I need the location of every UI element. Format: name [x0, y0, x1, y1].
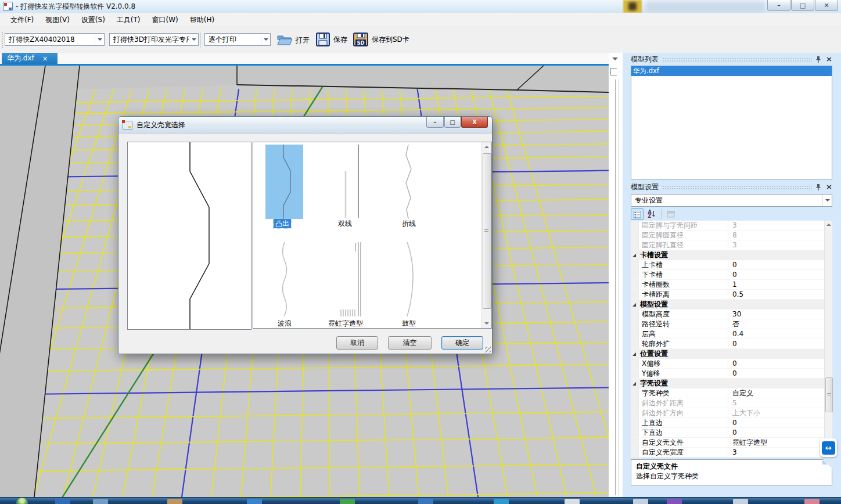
property-row[interactable]: 自定义壳宽度 3 — [631, 448, 832, 458]
scroll-down-icon[interactable] — [482, 319, 491, 327]
scroll-up-icon[interactable] — [482, 143, 491, 151]
side-panel-area: 模型列表 × 华为.dxf 模型设置 × 专业设置 — [623, 53, 841, 497]
zoom-slider-handle[interactable] — [610, 68, 620, 75]
property-row[interactable]: 上直边 0 — [631, 418, 832, 428]
taskbar-app-icon[interactable] — [340, 499, 355, 504]
taskbar-app-icon[interactable] — [804, 499, 820, 504]
property-row[interactable]: 自定义壳文件 霓虹字造型 — [631, 438, 832, 448]
property-row[interactable]: 卡槽设置 — [631, 250, 832, 260]
close-button[interactable]: ✕ — [815, 0, 838, 11]
dialog-maximize-button[interactable]: □ — [444, 117, 461, 128]
double-line-shape-icon[interactable] — [340, 145, 364, 219]
property-row[interactable]: 卡槽距离 0.5 — [631, 290, 832, 300]
close-panel-icon[interactable]: × — [826, 183, 832, 190]
property-row[interactable]: 位置设置 — [631, 349, 832, 359]
menu-help[interactable]: 帮助(H) — [184, 13, 220, 27]
property-row[interactable]: 轮廓外扩 0 — [631, 339, 832, 349]
taskbar[interactable] — [0, 497, 841, 504]
neon-shape-icon[interactable] — [338, 242, 365, 318]
start-orb-icon[interactable] — [16, 498, 28, 504]
menu-file[interactable]: 文件(F) — [5, 13, 39, 27]
property-row[interactable]: 上卡槽 0 — [631, 260, 832, 270]
clear-button[interactable]: 清空 — [388, 336, 432, 350]
alphabetical-sort-button[interactable]: AZ — [645, 208, 658, 220]
property-row[interactable]: 层高 0.4 — [631, 329, 832, 339]
drum-shape-icon[interactable] — [398, 242, 419, 316]
property-row[interactable]: 下直边 0 — [631, 428, 832, 438]
preset-combo[interactable]: 专业设置 — [631, 194, 832, 207]
property-row[interactable]: 字壳种类 自定义 — [631, 388, 832, 398]
scrollbar-thumb[interactable] — [483, 153, 491, 309]
menu-window[interactable]: 窗口(W) — [146, 13, 184, 27]
shape-list[interactable]: 凸出 双线 折线 波浪 霓虹字造型 — [253, 142, 492, 329]
maximize-button[interactable]: □ — [791, 0, 814, 11]
shape-label[interactable]: 凸出 — [274, 219, 291, 228]
shape-label[interactable]: 双线 — [336, 219, 354, 228]
property-row[interactable]: 卡槽圈数 1 — [631, 280, 832, 290]
dialog-close-button[interactable]: X — [461, 117, 488, 128]
taskbar-app-icon[interactable] — [93, 499, 108, 504]
menu-tools[interactable]: 工具(T) — [111, 13, 146, 27]
property-row[interactable]: 斜边外扩距离 5 — [631, 398, 832, 408]
close-tab-icon[interactable]: × — [42, 55, 48, 63]
property-row[interactable]: 模型高度 30 — [631, 309, 832, 319]
close-panel-icon[interactable]: × — [826, 56, 832, 63]
shape-list-scrollbar[interactable] — [481, 142, 491, 328]
property-row[interactable]: 路径逆转 否 — [631, 319, 832, 329]
property-row[interactable]: 模型设置 — [631, 300, 832, 309]
minimize-button[interactable]: – — [767, 0, 790, 11]
property-grid-scrollbar[interactable] — [824, 221, 832, 458]
app-icon — [3, 2, 13, 11]
taskbar-app-icon[interactable] — [633, 499, 648, 504]
scrollbar-thumb[interactable] — [825, 377, 833, 412]
property-row[interactable]: 固定脚与字壳间距 3 — [631, 221, 832, 231]
open-button[interactable]: 打开 — [276, 31, 310, 49]
taskbar-app-icon[interactable] — [55, 499, 70, 504]
printer-combo[interactable]: 打得快ZX40402018 — [5, 33, 105, 46]
save-to-sd-button[interactable]: SD 保存到SD卡 — [353, 30, 409, 49]
model-list[interactable]: 华为.dxf — [631, 66, 832, 179]
shape-label[interactable]: 折线 — [400, 219, 418, 228]
save-button[interactable]: 保存 — [315, 30, 347, 49]
dialog-minimize-button[interactable]: – — [426, 117, 444, 128]
taskbar-app-icon[interactable] — [418, 499, 433, 504]
tab-huawei-dxf[interactable]: 华为.dxf × — [2, 53, 57, 64]
menu-settings[interactable]: 设置(S) — [76, 13, 111, 27]
categorized-view-button[interactable] — [631, 208, 644, 220]
profile-combo[interactable]: 打得快3D打印发光字专用 — [109, 33, 199, 46]
taskbar-app-icon[interactable] — [494, 499, 509, 504]
zoom-slider-track[interactable] — [615, 80, 616, 495]
property-row[interactable]: Y偏移 0 — [631, 369, 832, 379]
print-mode-combo[interactable]: 逐个打印 — [204, 33, 271, 46]
shape-label[interactable]: 波浪 — [276, 319, 293, 328]
zigzag-shape-icon[interactable] — [398, 145, 419, 219]
remote-control-overlay[interactable]: ↔ — [820, 438, 837, 457]
scroll-up-icon[interactable] — [825, 221, 833, 229]
toolbar-grip — [2, 32, 3, 48]
property-row[interactable]: 斜边外扩方向 上大下小 — [631, 408, 832, 418]
ok-button[interactable]: 确定 — [441, 336, 483, 350]
taskbar-app-icon[interactable] — [167, 499, 182, 504]
property-row[interactable]: 下卡槽 0 — [631, 270, 832, 280]
tab-overflow-icon[interactable] — [612, 57, 618, 60]
shape-label[interactable]: 鼓型 — [400, 319, 418, 328]
shape-label[interactable]: 霓虹字造型 — [326, 319, 365, 328]
pin-icon[interactable] — [815, 183, 821, 191]
description-title: 自定义壳文件 — [636, 462, 827, 471]
property-row[interactable]: 字壳设置 — [631, 379, 832, 388]
resize-grip[interactable] — [485, 347, 491, 352]
property-row[interactable]: 固定脚孔直径 3 — [631, 240, 832, 250]
menu-view[interactable]: 视图(V) — [39, 13, 76, 27]
taskbar-app-icon[interactable] — [565, 499, 580, 504]
taskbar-app-icon[interactable] — [733, 499, 748, 504]
property-row[interactable]: X偏移 0 — [631, 359, 832, 369]
shape-item-selected[interactable] — [265, 145, 303, 219]
pin-icon[interactable] — [815, 56, 821, 63]
cancel-button[interactable]: 取消 — [336, 336, 378, 350]
property-row[interactable]: 固定脚圆直径 8 — [631, 231, 832, 240]
property-pages-button[interactable] — [664, 208, 677, 220]
taskbar-app-icon[interactable] — [667, 499, 682, 504]
model-list-item[interactable]: 华为.dxf — [631, 66, 832, 76]
taskbar-app-icon[interactable] — [247, 499, 262, 504]
wave-shape-icon[interactable] — [274, 242, 295, 316]
